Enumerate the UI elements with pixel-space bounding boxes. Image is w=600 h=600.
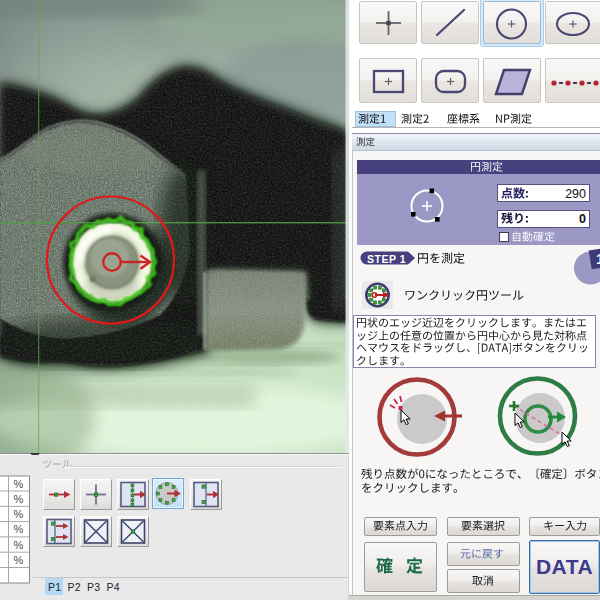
svg-text:1: 1 <box>596 250 600 267</box>
